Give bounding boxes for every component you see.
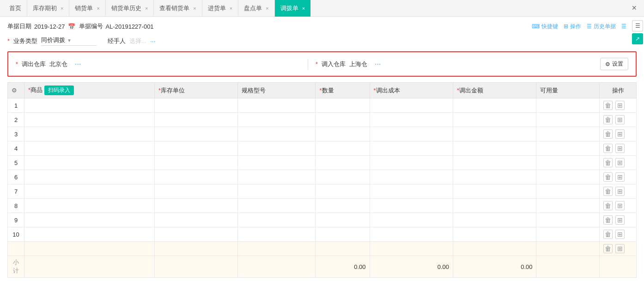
tab-home[interactable]: 首页 — [4, 0, 27, 17]
delete-icon-8[interactable]: 🗑 — [603, 201, 613, 210]
table-gear-icon[interactable]: ⚙ — [12, 87, 17, 94]
cell-spec-1[interactable] — [238, 98, 316, 113]
cell-unit-8[interactable] — [154, 199, 237, 213]
cell-amount-2[interactable] — [453, 113, 536, 127]
cell-unit-1[interactable] — [154, 98, 237, 113]
cell-product-10[interactable] — [24, 227, 155, 242]
in-warehouse-more-icon[interactable]: ··· — [375, 60, 381, 68]
th-gear[interactable]: ⚙ — [8, 83, 24, 98]
cell-cost-2[interactable] — [370, 113, 453, 127]
cell-product-4[interactable] — [24, 141, 155, 156]
cell-product-8[interactable] — [24, 199, 155, 213]
cell-product-9[interactable] — [24, 213, 155, 227]
business-type-select[interactable]: 同价调拨 ▼ — [41, 36, 97, 46]
copy-icon-4[interactable]: ⊞ — [615, 144, 625, 153]
cell-cost-9[interactable] — [370, 213, 453, 227]
cell-unit-2[interactable] — [154, 113, 237, 127]
cell-product-2[interactable] — [24, 113, 155, 127]
tab-inventory-check[interactable]: 盘点单 × — [238, 0, 274, 17]
handler-more-dots[interactable]: ··· — [150, 37, 156, 45]
cell-unit-9[interactable] — [154, 213, 237, 227]
tab-close-sales-order[interactable]: × — [97, 6, 99, 11]
tab-transfer[interactable]: 调拨单 × — [275, 0, 311, 17]
cell-qty-4[interactable] — [316, 141, 370, 156]
cell-spec-10[interactable] — [238, 227, 316, 242]
delete-icon-6[interactable]: 🗑 — [603, 172, 613, 182]
cell-cost-4[interactable] — [370, 141, 453, 156]
delete-icon-7[interactable]: 🗑 — [603, 187, 613, 196]
cell-spec-9[interactable] — [238, 213, 316, 227]
cell-spec-2[interactable] — [238, 113, 316, 127]
tab-close-purchase[interactable]: × — [230, 6, 232, 11]
tab-inventory-init[interactable]: 库存期初 × — [27, 0, 69, 17]
cell-spec-11[interactable] — [238, 242, 316, 256]
cell-cost-7[interactable] — [370, 184, 453, 199]
delete-icon-4[interactable]: 🗑 — [603, 144, 613, 153]
copy-icon-2[interactable]: ⊞ — [615, 115, 625, 124]
cell-amount-3[interactable] — [453, 127, 536, 141]
tab-sales-order[interactable]: 销货单 × — [69, 0, 105, 17]
tab-sales-history[interactable]: 销货单历史 × — [106, 0, 154, 17]
cell-cost-1[interactable] — [370, 98, 453, 113]
cell-qty-3[interactable] — [316, 127, 370, 141]
cell-product-11[interactable] — [24, 242, 155, 256]
delete-icon-9[interactable]: 🗑 — [603, 215, 613, 225]
cell-amount-4[interactable] — [453, 141, 536, 156]
cell-unit-3[interactable] — [154, 127, 237, 141]
cell-spec-5[interactable] — [238, 156, 316, 170]
cell-cost-6[interactable] — [370, 170, 453, 184]
cell-product-3[interactable] — [24, 127, 155, 141]
delete-icon-5[interactable]: 🗑 — [603, 158, 613, 167]
cell-cost-8[interactable] — [370, 199, 453, 213]
cell-amount-10[interactable] — [453, 227, 536, 242]
tab-close-transfer[interactable]: × — [302, 6, 305, 11]
cell-unit-7[interactable] — [154, 184, 237, 199]
cell-cost-5[interactable] — [370, 156, 453, 170]
cell-spec-8[interactable] — [238, 199, 316, 213]
cell-amount-7[interactable] — [453, 184, 536, 199]
cell-cost-3[interactable] — [370, 127, 453, 141]
cell-amount-1[interactable] — [453, 98, 536, 113]
copy-icon-10[interactable]: ⊞ — [615, 230, 625, 239]
copy-icon-1[interactable]: ⊞ — [615, 101, 625, 110]
tab-close-inventory-check[interactable]: × — [266, 6, 268, 11]
out-warehouse-more-icon[interactable]: ··· — [75, 60, 81, 68]
cell-amount-5[interactable] — [453, 156, 536, 170]
cell-amount-6[interactable] — [453, 170, 536, 184]
delete-icon-10[interactable]: 🗑 — [603, 230, 613, 239]
cell-qty-9[interactable] — [316, 213, 370, 227]
cell-spec-6[interactable] — [238, 170, 316, 184]
copy-icon-3[interactable]: ⊞ — [615, 129, 625, 139]
copy-icon-7[interactable]: ⊞ — [615, 187, 625, 196]
tab-close-sales-history[interactable]: × — [145, 6, 148, 11]
tab-purchase[interactable]: 进货单 × — [202, 0, 238, 17]
cell-unit-10[interactable] — [154, 227, 237, 242]
cell-spec-4[interactable] — [238, 141, 316, 156]
tab-bar-close-button[interactable]: × — [628, 3, 640, 13]
cell-amount-9[interactable] — [453, 213, 536, 227]
shortcut-btn[interactable]: ⌨ 快捷键 — [532, 23, 558, 31]
cell-unit-5[interactable] — [154, 156, 237, 170]
settings-button[interactable]: ⚙ 设置 — [600, 58, 628, 70]
cell-product-1[interactable] — [24, 98, 155, 113]
scan-btn[interactable]: 扫码录入 — [44, 85, 74, 95]
cell-cost-10[interactable] — [370, 227, 453, 242]
copy-icon-8[interactable]: ⊞ — [615, 201, 625, 210]
cell-spec-7[interactable] — [238, 184, 316, 199]
sidebar-list-icon[interactable]: ☰ — [632, 20, 643, 31]
cell-qty-1[interactable] — [316, 98, 370, 113]
cell-qty-8[interactable] — [316, 199, 370, 213]
cell-qty-7[interactable] — [316, 184, 370, 199]
delete-icon-11[interactable]: 🗑 — [603, 244, 613, 253]
delete-icon-1[interactable]: 🗑 — [603, 101, 613, 110]
cell-unit-6[interactable] — [154, 170, 237, 184]
sidebar-export-icon[interactable]: ↗ — [632, 33, 643, 44]
cell-product-7[interactable] — [24, 184, 155, 199]
cell-qty-6[interactable] — [316, 170, 370, 184]
calendar-icon[interactable]: 📅 — [68, 23, 75, 30]
operation-btn[interactable]: ⊞ 操作 — [564, 23, 581, 31]
cell-product-6[interactable] — [24, 170, 155, 184]
cell-qty-5[interactable] — [316, 156, 370, 170]
tab-close-inventory-init[interactable]: × — [61, 6, 63, 11]
copy-icon-5[interactable]: ⊞ — [615, 158, 625, 167]
